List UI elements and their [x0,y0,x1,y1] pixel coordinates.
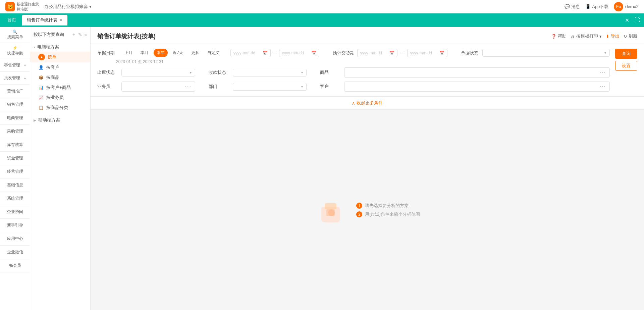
right-content: 销售订单统计表(按单) ❓ 帮助 🖨 按模板打印 ▾ ⬇ 导出 [91,27,644,310]
scheme-item-by-customer[interactable]: 👤 按客户 [30,62,90,72]
refresh-button[interactable]: ↻ 刷新 [624,33,637,39]
query-action-area: 查询 设置 [615,49,637,71]
goods-input[interactable]: ··· [344,67,610,78]
sidebar-item-newbie[interactable]: 新手引导 [0,219,30,232]
date-btn-custom[interactable]: 自定义 [204,49,222,57]
bill-status-group: 单据状态 ▾ [461,49,610,57]
tab-maximize-icon[interactable]: ⛶ [633,16,641,24]
dept-select[interactable]: ▾ [233,83,307,91]
scheme-by-category-label: 按商品分类 [46,105,68,111]
pc-group-arrow-icon: ▾ [34,45,35,49]
filter-row-2: 出库状态 ▾ 收款状态 ▾ 商品 [97,67,610,78]
export-button[interactable]: ⬇ 导出 [606,33,620,39]
tab-close-icon[interactable]: ✕ [59,18,63,22]
sidebar-search-menu[interactable]: 🔍 搜索菜单 [0,27,30,43]
wechat-label: 企业微信 [7,250,23,254]
sidebar-quick-nav[interactable]: ⚡ 快捷导航 [0,43,30,59]
ecommerce-label: 电商管理 [7,115,23,120]
date-label: 单据日期 [97,50,116,56]
sidebar-item-sales[interactable]: 销售管理 [0,98,30,111]
date-end-input[interactable]: yyyy-mm-dd 📅 [279,49,319,57]
customer-label: 客户 [320,84,339,90]
empty-hint-1: 1 请先选择要分析的方案 [356,201,420,210]
export-icon: ⬇ [606,34,609,39]
marketing-label: 营销推广 [7,89,23,93]
print-button[interactable]: 🖨 按模板打印 ▾ [571,33,602,39]
settings-button[interactable]: 设置 [615,61,637,71]
top-bar-right: 💬 消息 📱 App下载 Ea demo2 [565,2,639,11]
sidebar-item-base[interactable]: 基础信息 [0,178,30,192]
tab-sales-order-stats[interactable]: 销售订单统计表 ✕ [22,15,67,25]
by-salesman-icon: 📈 [38,95,44,100]
content-area: 按以下方案查询 ＋ ✎ « ▾ 电脑端方案 ● 按单 👤 按客 [30,27,644,310]
exp-start-calendar-icon: 📅 [389,51,394,55]
help-button[interactable]: ❓ 帮助 [551,33,567,39]
collapse-bar[interactable]: ∧ 收起更多条件 [91,97,644,110]
edit-scheme-icon[interactable]: ✎ [78,32,82,37]
app-download-button[interactable]: 📱 App下载 [585,4,608,10]
add-scheme-icon[interactable]: ＋ [71,32,76,38]
sidebar-item-system[interactable]: 系统管理 [0,192,30,205]
scheme-item-by-order[interactable]: ● 按单 [30,52,90,62]
filter-area: 单据日期 上月 本月 本年 近7天 更多 自定义 [91,44,644,97]
ship-status-select[interactable]: ▾ [121,69,195,76]
exp-end-placeholder: yyyy-mm-dd [410,51,432,55]
customer-input[interactable]: ··· [344,82,610,92]
collapse-panel-icon[interactable]: « [84,32,87,37]
app-selector-arrow-icon: ▾ [89,4,92,9]
date-start-calendar-icon: 📅 [263,51,268,55]
date-btn-last-7days[interactable]: 近7天 [170,49,186,57]
sidebar-item-ecommerce[interactable]: 电商管理 [0,111,30,125]
date-btn-this-month[interactable]: 本月 [138,49,152,57]
sidebar-item-retail[interactable]: 零售管理 ▾ [0,59,30,72]
bill-status-arrow-icon: ▾ [604,51,606,55]
logo-icon: 🐱 [5,2,15,11]
scheme-group-mobile-header[interactable]: ▶ 移动端方案 [30,115,90,125]
user-info[interactable]: Ea demo2 [614,2,639,11]
sidebar-item-collab[interactable]: 企业协同 [0,205,30,219]
goods-dots-icon: ··· [600,69,606,75]
date-btn-more[interactable]: 更多 [188,49,202,57]
salesman-input[interactable]: ··· [121,82,195,92]
expected-date-end-input[interactable]: yyyy-mm-dd 📅 [407,49,447,57]
receive-status-select[interactable]: ▾ [233,69,307,76]
sidebar-item-member[interactable]: 畅会员 [0,259,30,272]
page-header-actions: ❓ 帮助 🖨 按模板打印 ▾ ⬇ 导出 ↻ 刷新 [551,33,637,39]
refresh-icon: ↻ [624,34,627,39]
date-end-calendar-icon: 📅 [311,51,316,55]
sidebar-search-label: 搜索菜单 [3,34,27,40]
tab-close-window-icon[interactable]: ✕ [624,16,631,25]
expected-date-start-input[interactable]: yyyy-mm-dd 📅 [357,49,397,57]
retail-label: 零售管理 [4,62,20,68]
search-icon: 🔍 [12,30,17,34]
scheme-item-by-customer-goods[interactable]: 📊 按客户+商品 [30,83,90,93]
date-btn-last-month[interactable]: 上月 [121,49,136,57]
sidebar-item-appcenter[interactable]: 应用中心 [0,232,30,246]
app-selector[interactable]: 办公用品行业模拟账套 ▾ [42,2,94,11]
date-start-input[interactable]: yyyy-mm-dd 📅 [230,49,271,57]
sidebar-item-wechat[interactable]: 企业微信 [0,246,30,259]
download-icon: 📱 [585,4,591,9]
date-btn-this-year[interactable]: 本年 [154,49,168,57]
sidebar-item-finance[interactable]: 资金管理 [0,152,30,165]
bill-status-select[interactable]: ▾ [482,49,610,57]
sales-label: 销售管理 [7,102,23,107]
sidebar-item-purchase[interactable]: 采购管理 [0,125,30,138]
message-button[interactable]: 💬 消息 [565,4,580,10]
active-scheme-dot: ● [38,54,45,60]
scheme-item-by-salesman[interactable]: 📈 按业务员 [30,93,90,103]
sidebar-item-inventory[interactable]: 库存核算 [0,138,30,152]
query-button[interactable]: 查询 [615,49,637,59]
tab-home[interactable]: 首页 [3,15,21,25]
wholesale-arrow-icon: ▴ [24,76,26,80]
scheme-item-by-category[interactable]: 📋 按商品分类 [30,103,90,113]
by-category-icon: 📋 [38,105,44,110]
left-panel-title: 按以下方案查询 [34,32,64,38]
scheme-group-pc-header[interactable]: ▾ 电脑端方案 [30,42,90,52]
sidebar-item-ops[interactable]: 经营管理 [0,165,30,178]
receive-status-label: 收款状态 [209,69,227,75]
tab-home-label: 首页 [7,17,16,23]
sidebar-item-marketing[interactable]: 营销推广 [0,85,30,98]
sidebar-item-wholesale[interactable]: 批发管理 ▴ [0,72,30,85]
scheme-item-by-goods[interactable]: 📦 按商品 [30,72,90,83]
